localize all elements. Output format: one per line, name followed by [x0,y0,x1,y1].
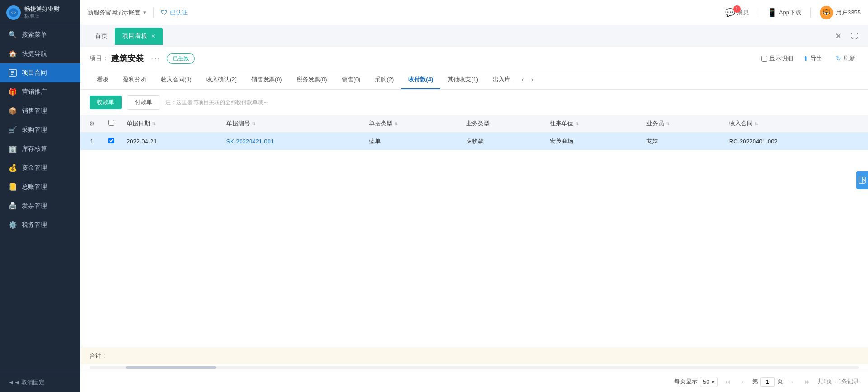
sidebar-item-invoice[interactable]: 🖨️ 发票管理 [0,196,80,215]
money-icon: 💰 [8,163,17,172]
tax-icon: ⚙️ [8,220,17,229]
right-panel-toggle[interactable] [856,171,868,189]
sidebar-item-marketing[interactable]: 🎁 营销推广 [0,82,80,101]
th-partner-label: 往来单位 [550,120,573,128]
sub-nav-prev-arrow[interactable]: ‹ [518,74,527,86]
sidebar-unpin-button[interactable]: ◄◄ 取消固定 [0,373,80,392]
sidebar-logo: 畅捷通好业财 标准版 [0,0,80,25]
sidebar-item-search[interactable]: 🔍 搜索菜单 [0,25,80,44]
sub-nav-income-contract[interactable]: 收入合同(1) [154,70,199,89]
sort-icon-date: ⇅ [152,121,156,126]
sub-nav-receipt[interactable]: 收付款(4) [401,70,440,89]
per-page-select[interactable]: 50 ▾ [700,377,717,387]
app-download-button[interactable]: 📱 App下载 [767,8,801,18]
sub-nav-board[interactable]: 看板 [90,70,116,89]
sidebar-item-inventory[interactable]: 🏢 库存核算 [0,139,80,158]
search-icon: 🔍 [8,30,17,39]
th-number-sort[interactable]: 单据编号 ⇅ [226,120,255,128]
box-icon: 📦 [8,106,17,115]
sub-nav-sales[interactable]: 销售(0) [335,70,368,89]
window-maximize-button[interactable]: ⛶ [848,30,861,43]
sub-nav-other-expense[interactable]: 其他收支(1) [440,70,486,89]
filter-receipt-button[interactable]: 收款单 [90,96,122,109]
user-menu-button[interactable]: 🐯 用户3355 [820,6,861,19]
sidebar-item-sales[interactable]: 📦 销售管理 [0,101,80,120]
td-salesman: 龙妹 [641,133,724,150]
td-biz-type: 应收款 [461,133,544,150]
export-icon: ⬆ [803,55,808,62]
page-label2: 页 [777,378,783,386]
sub-nav-purchase[interactable]: 采购(2) [368,70,401,89]
sidebar-item-quick[interactable]: 🏠 快捷导航 [0,44,80,63]
home-icon: 🏠 [8,49,17,58]
tab-home[interactable]: 首页 [88,28,115,45]
page-input[interactable] [760,377,775,387]
window-close-button[interactable]: ✕ [832,30,844,43]
th-checkbox [103,115,121,133]
th-type-label: 单据类型 [369,120,392,128]
th-gear: ⚙ [80,115,103,133]
topbar-divider2 [758,8,758,18]
sub-nav-inout[interactable]: 出入库 [486,70,518,89]
gift-icon: 🎁 [8,87,17,96]
td-number[interactable]: SK-20220421-001 [221,133,364,150]
tab-close-icon[interactable]: ✕ [151,33,156,39]
th-income-contract: 收入合同 ⇅ [724,115,868,133]
th-income-contract-sort[interactable]: 收入合同 ⇅ [729,120,758,128]
more-options-icon[interactable]: ··· [151,54,160,63]
sub-nav: 看板 盈利分析 收入合同(1) 收入确认(2) 销售发票(0) 税务发票(0) … [80,70,868,90]
demo-account-selector[interactable]: 新服务官网演示账套 ▾ [88,9,146,17]
sidebar-item-search-label: 搜索菜单 [22,31,47,39]
pagination-last-button[interactable]: ⏭ [802,376,814,387]
filter-payment-button[interactable]: 付款单 [127,95,160,110]
show-detail-group[interactable]: 显示明细 [761,54,793,62]
filter-bar: 收款单 付款单 注：这里是与项目关联的全部收付款单哦～ [80,90,868,115]
sub-nav-income-confirm[interactable]: 收入确认(2) [199,70,244,89]
sidebar-item-purchase[interactable]: 🛒 采购管理 [0,120,80,139]
pagination-first-button[interactable]: ⏮ [722,376,733,387]
horizontal-scrollbar[interactable] [80,364,868,371]
sidebar-item-project[interactable]: 项目合同 [0,63,80,82]
receipt-number-link[interactable]: SK-20220421-001 [226,138,274,145]
tab-project-board[interactable]: 项目看板 ✕ [115,28,163,45]
tabs-bar: 首页 项目看板 ✕ ✕ ⛶ [80,25,868,47]
row-checkbox[interactable] [108,138,114,143]
th-date-sort[interactable]: 单据日期 ⇅ [127,120,156,128]
th-salesman-sort[interactable]: 业务员 ⇅ [646,120,670,128]
sidebar-item-capital[interactable]: 💰 资金管理 [0,158,80,177]
column-settings-icon[interactable]: ⚙ [89,120,95,127]
sub-nav-profit[interactable]: 盈利分析 [116,70,154,89]
sub-nav-tax-invoice[interactable]: 税务发票(0) [289,70,335,89]
pagination-next-button[interactable]: › [787,376,798,387]
refresh-label: 刷新 [844,54,855,62]
scrollbar-thumb[interactable] [126,366,216,369]
sub-nav-next-arrow[interactable]: › [527,74,537,86]
pagination-prev-button[interactable]: ‹ [737,376,749,387]
topbar: 新服务官网演示账套 ▾ 🛡 已认证 💬 消息 1 📱 App下载 🐯 用户335… [80,0,868,25]
user-label: 用户3355 [836,9,861,17]
refresh-icon: ↻ [836,55,841,62]
th-biz-type: 业务类型 [461,115,544,133]
th-partner-sort[interactable]: 往来单位 ⇅ [550,120,579,128]
per-page-value: 50 [703,378,709,385]
table-row[interactable]: 1 2022-04-21 SK-20220421-001 蓝 [80,133,868,150]
td-type: 蓝单 [363,133,460,150]
message-button[interactable]: 💬 消息 1 [725,8,749,18]
page-header: 项目： 建筑安装 ··· 已生效 显示明细 ⬆ 导出 ↻ 刷新 [80,47,868,70]
project-label: 项目： [90,54,108,62]
page-title: 建筑安装 [111,53,144,64]
select-all-checkbox[interactable] [108,120,114,126]
th-partner: 往来单位 ⇅ [544,115,641,133]
export-button[interactable]: ⬆ 导出 [799,53,826,64]
shield-icon: 🛡 [161,9,168,16]
sidebar-item-ledger[interactable]: 📒 总账管理 [0,177,80,196]
table-wrapper: ⚙ 单据日期 ⇅ [80,115,868,347]
invoice-icon: 🖨️ [8,201,17,210]
sub-nav-sales-invoice[interactable]: 销售发票(0) [244,70,289,89]
sidebar-item-tax[interactable]: ⚙️ 税务管理 [0,215,80,234]
table-header-row: ⚙ 单据日期 ⇅ [80,115,868,133]
show-detail-checkbox[interactable] [761,56,767,62]
th-type-sort[interactable]: 单据类型 ⇅ [369,120,398,128]
refresh-button[interactable]: ↻ 刷新 [832,53,859,64]
total-label: 合计： [90,352,107,359]
